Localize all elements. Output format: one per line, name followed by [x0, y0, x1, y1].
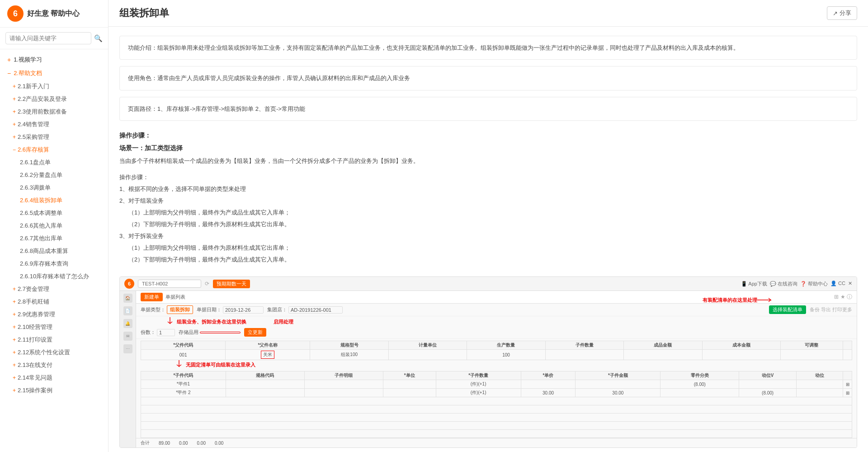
- ss-lrow2-amt: 30.00: [576, 389, 660, 397]
- search-input[interactable]: [5, 32, 91, 44]
- steps-section: 操作步骤： 场景一：加工类型选择 当由多个子件材料组装成一个成品的业务为【组装】…: [119, 127, 857, 270]
- main-area: 组装拆卸单 ↗ 分享 功能介绍：组装拆卸单用来处理企业组装或拆卸等加工业务，支持…: [108, 0, 868, 452]
- plus-icon-manage: +: [13, 324, 16, 330]
- ss-icon-user: 👤 CC: [830, 281, 845, 287]
- ss-lrow2-code: *甲件 2: [141, 389, 226, 397]
- ss-col-prod-amt: 成品金额: [624, 341, 702, 350]
- table-row: [141, 397, 852, 405]
- sidebar-item-coupon[interactable]: + 2.9优惠券管理: [13, 308, 108, 321]
- minus-icon: −: [7, 70, 11, 77]
- ss-lrow1-speccode: [226, 380, 304, 389]
- ss-lrow1-pos: [796, 380, 843, 389]
- intro-block-1: 功能介绍：组装拆卸单用来处理企业组装或拆卸等加工业务，支持有固定装配清单的产品加…: [119, 36, 857, 60]
- annotation-bom: 有装配清单的在这里处理: [703, 295, 775, 305]
- sidebar-item-cases[interactable]: + 2.15操作案例: [13, 384, 108, 397]
- step2: 2、对于组装业务: [119, 195, 857, 207]
- ss-select-bom-btn[interactable]: 选择装配清单: [769, 305, 806, 314]
- ss-lrow2-unit: [383, 389, 436, 397]
- ss-lcol-unit: *单位: [383, 371, 436, 380]
- sidebar-item-payment[interactable]: + 2.13在线支付: [13, 359, 108, 371]
- sidebar-item-video-label: 1.视频学习: [14, 56, 42, 64]
- ss-tab-new[interactable]: 新建单: [141, 293, 163, 301]
- sidebar-item-inventory[interactable]: − 2.6库存核算: [13, 143, 108, 156]
- ann-arrow-bom: [757, 295, 775, 305]
- ss-lrow1-unit: [383, 380, 436, 389]
- step3: 3、对于拆装业务: [119, 230, 857, 242]
- ss-tab-list[interactable]: 单据列表: [165, 294, 185, 300]
- minus-icon-inventory: −: [13, 147, 16, 153]
- sidebar-item-partial-stock[interactable]: 2.6.2分量盘点单: [20, 169, 108, 181]
- ss-store-field: 存储品用: [179, 329, 241, 336]
- steps-main-title: 操作步骤：: [119, 132, 857, 140]
- ss-type-value: 组装拆卸: [167, 305, 193, 314]
- intro-block-2: 使用角色：通常由生产人员或库管人员完成拆装业务的操作，库管人员确认原材料的出库和…: [119, 66, 857, 90]
- sidebar-sub-help: + 2.1新手入门 + 2.2产品安装及登录 + 2.3使用前数据准备 + 2.…: [0, 80, 108, 397]
- sidebar-item-newbie[interactable]: + 2.1新手入门: [13, 80, 108, 93]
- sidebar-item-stock-query[interactable]: 2.6.9库存账本查询: [20, 257, 108, 270]
- share-button[interactable]: ↗ 分享: [827, 6, 857, 20]
- sidebar-item-purchase[interactable]: + 2.5采购管理: [13, 131, 108, 143]
- ss-refresh-icon: ⟳: [205, 281, 209, 287]
- ss-lrow1-detail: [304, 380, 383, 389]
- ss-count-field: 份数： 1: [141, 329, 175, 336]
- ss-close-icon[interactable]: ✕: [848, 281, 852, 287]
- step2-2: （2）下部明细为子件明细，最终作为原材料生成其它出库单。: [119, 219, 857, 230]
- ss-date-field: 单据日期： 2019-12-26: [197, 306, 264, 314]
- sidebar-item-finance[interactable]: + 2.7资金管理: [13, 283, 108, 295]
- ss-lrow2-speccode: [226, 389, 304, 397]
- sidebar-item-stock-count[interactable]: 2.6.1盘点单: [20, 156, 108, 169]
- ss-cell-name-box: 关米: [261, 351, 274, 359]
- plus-icon-purchase: +: [13, 134, 16, 140]
- sidebar-item-install[interactable]: + 2.2产品安装及登录: [13, 93, 108, 105]
- sidebar-item-system[interactable]: + 2.12系统个性化设置: [13, 346, 108, 359]
- ss-execute-btn[interactable]: 立更新: [244, 328, 266, 337]
- sidebar-item-mobile[interactable]: + 2.8手机旺铺: [13, 295, 108, 308]
- ss-col-cost-amt: 成本金额: [702, 341, 780, 350]
- main-header: 组装拆卸单 ↗ 分享: [108, 0, 868, 27]
- ss-total-v4: 0.00: [215, 441, 223, 446]
- sidebar-item-faq[interactable]: + 2.14常见问题: [13, 371, 108, 384]
- plus-icon-install: +: [13, 96, 16, 102]
- ss-code-value: AD-20191226-001: [288, 306, 343, 314]
- sidebar-item-stock-error[interactable]: 2.6.10库存账本错了怎么办: [20, 270, 108, 283]
- step1: 1、根据不同的业务，选择不同单据的类型来处理: [119, 183, 857, 195]
- plus-icon-sales: +: [13, 121, 16, 128]
- sidebar-item-dataprep[interactable]: + 2.3使用前数据准备: [13, 105, 108, 118]
- annotation-no-bom: 无固定清单可由组装在这里录入: [136, 360, 857, 369]
- sidebar-item-help[interactable]: − 2.帮助文档: [0, 67, 108, 80]
- ss-empty-row3: [141, 414, 852, 422]
- ss-store-value[interactable]: [200, 332, 241, 333]
- ss-lcol-code: *子件代码: [141, 371, 226, 380]
- sidebar-item-transfer[interactable]: 2.6.3调拨单: [20, 181, 108, 194]
- sidebar-item-video[interactable]: + 1.视频学习: [0, 53, 108, 67]
- ss-nav-home: 🏠: [123, 294, 132, 303]
- ss-lcol-detail: 子件明细: [304, 371, 383, 380]
- ss-upper-table: *父件代码 *父件名称 规格型号 计量单位 生产数量 子件数量 成品金额 成本金…: [141, 341, 852, 360]
- ss-form-row2: 份数： 1 存储品用 立更新: [136, 326, 857, 339]
- ss-count-value: 1: [157, 329, 175, 336]
- ss-nav-bell: 🔔: [123, 319, 132, 328]
- ss-lower-table-container: *子件代码 规格代码 子件明细 *单位 *子件数量 *单价 *子件金额 零件分类…: [136, 371, 857, 438]
- sidebar-item-manage[interactable]: + 2.10经营管理: [13, 321, 108, 333]
- sidebar-item-cost-adj[interactable]: 2.6.5成本调整单: [20, 207, 108, 219]
- sidebar-item-cost-recalc[interactable]: 2.6.8商品成本重算: [20, 245, 108, 257]
- sidebar-item-other-in[interactable]: 2.6.6其他入库单: [20, 219, 108, 232]
- sidebar-header: 6 好生意 帮助中心: [0, 0, 108, 28]
- ss-lcol-price: *单价: [521, 371, 576, 380]
- content-area: 功能介绍：组装拆卸单用来处理企业组装或拆卸等加工业务，支持有固定装配清单的产品加…: [108, 27, 868, 452]
- plus-icon: +: [7, 56, 11, 63]
- ss-cell-sub: [545, 350, 623, 360]
- ss-extra-icons: ⊞ ★ ⓘ: [834, 293, 852, 301]
- ss-footer: 合计 89.00 0.00 0.00 0.00: [136, 438, 857, 447]
- ss-cell-adj: [780, 350, 843, 360]
- sidebar-item-sales[interactable]: + 2.4销售管理: [13, 118, 108, 131]
- sidebar-item-assemble[interactable]: 2.6.4组装拆卸单: [20, 194, 108, 207]
- sidebar-item-print[interactable]: + 2.11打印设置: [13, 333, 108, 346]
- ss-lrow2-qty: (件)(+1): [436, 389, 521, 397]
- sidebar-item-other-out[interactable]: 2.6.7其他出库单: [20, 232, 108, 245]
- intro-text-1: 功能介绍：组装拆卸单用来处理企业组装或拆卸等加工业务，支持有固定装配清单的产品加…: [128, 44, 739, 51]
- ss-cell-costamt: [702, 350, 780, 360]
- ss-tag: 预期期数一天: [213, 280, 250, 288]
- ss-col-adj: 可调整: [780, 341, 843, 350]
- search-icon[interactable]: 🔍: [94, 34, 103, 43]
